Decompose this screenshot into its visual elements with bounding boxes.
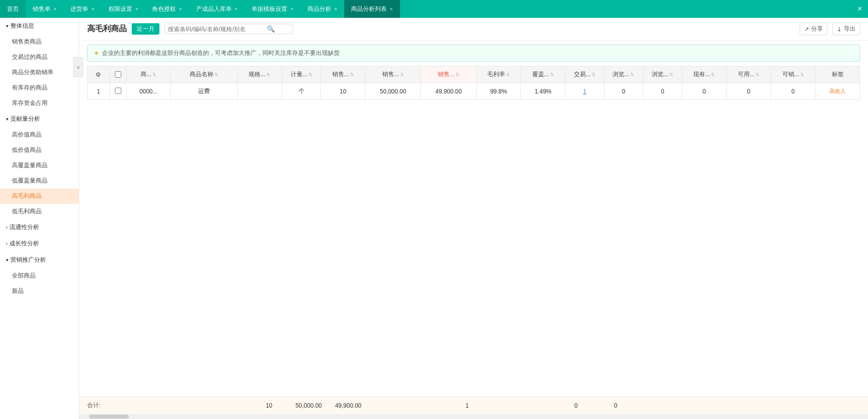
sidebar-item-category-rate[interactable]: 商品分类助销率 — [0, 65, 79, 80]
sort-icon-profit: ⇅ — [456, 72, 460, 77]
select-all-checkbox[interactable] — [115, 71, 121, 78]
col-name[interactable]: 商品名称 ⇅ — [171, 66, 238, 83]
sidebar-group-contribution[interactable]: ▾ 贡献量分析 — [0, 111, 79, 127]
sort-icon-view2: ⇅ — [669, 72, 673, 77]
nav-close-all-button[interactable]: × — [852, 4, 868, 13]
col-spec[interactable]: 规格... ⇅ — [238, 66, 282, 83]
sidebar-group-overall[interactable]: ▾ 整体信息 — [0, 18, 79, 34]
cell-available: 0 — [726, 83, 771, 100]
col-trade[interactable]: 交易... ⇅ — [565, 66, 605, 83]
col-sales-amount[interactable]: 销售... ⇅ — [365, 66, 421, 83]
sidebar-group-liquidity-label: 流通性分析 — [9, 223, 39, 232]
cell-sku-code: 0000... — [126, 83, 171, 100]
info-banner: ✦ 企业的主要的利润都是这部分商品创造的，可考虑加大推广，同时关注库存是不要出现… — [87, 45, 860, 62]
cell-sales-profit: 49,900.00 — [421, 83, 476, 100]
col-available[interactable]: 可用... ⇅ — [726, 66, 771, 83]
nav-tab-role[interactable]: 角色授权 × — [145, 0, 189, 18]
horizontal-scrollbar[interactable] — [79, 414, 868, 419]
cell-sellable: 0 — [771, 83, 816, 100]
sidebar-group-contribution-label: 贡献量分析 — [10, 115, 40, 123]
share-button[interactable]: ↗ 分享 — [800, 23, 827, 35]
sidebar-item-high-coverage[interactable]: 高覆盖量商品 — [0, 158, 79, 173]
sidebar-item-low-margin[interactable]: 低毛利商品 — [0, 204, 79, 219]
cell-checkbox[interactable] — [109, 83, 126, 100]
trade-link[interactable]: 1 — [583, 88, 587, 95]
table-container: ⚙ 商... ⇅ — [79, 66, 868, 396]
nav-tab-analysis-list[interactable]: 商品分析列表 × — [344, 0, 400, 18]
nav-tab-sales-close[interactable]: × — [53, 6, 56, 12]
nav-tab-template-close[interactable]: × — [290, 6, 293, 12]
data-table: ⚙ 商... ⇅ — [87, 66, 860, 100]
col-sku-code[interactable]: 商... ⇅ — [126, 66, 171, 83]
table-row: 1 0000... 运费 个 10 50,000.00 49,900.00 99… — [88, 83, 860, 100]
sidebar-item-low-coverage[interactable]: 低覆盖量商品 — [0, 173, 79, 188]
nav-tab-home[interactable]: 首页 — [0, 0, 26, 18]
filter-recent-month-button[interactable]: 近一月 — [132, 23, 159, 35]
nav-tab-product-in-label: 产成品入库单 — [196, 5, 232, 13]
settings-icon[interactable]: ⚙ — [96, 71, 101, 78]
nav-tab-analysis-close[interactable]: × — [334, 6, 337, 12]
nav-tab-product-in[interactable]: 产成品入库单 × — [189, 0, 245, 18]
sort-icon-qty: ⇅ — [350, 72, 354, 77]
header-actions: ↗ 分享 ⤓ 导出 — [800, 23, 860, 35]
nav-tab-permission[interactable]: 权限设置 × — [102, 0, 145, 18]
col-current[interactable]: 现有... ⇅ — [682, 66, 726, 83]
footer-profit: 49,900.00 — [328, 402, 368, 409]
cell-view1: 0 — [604, 83, 643, 100]
sidebar-collapse-button[interactable]: « — [73, 57, 83, 77]
nav-tab-role-close[interactable]: × — [179, 6, 182, 12]
cell-trade[interactable]: 1 — [565, 83, 605, 100]
search-icon[interactable]: 🔍 — [267, 25, 275, 33]
sort-icon-unit: ⇅ — [308, 72, 312, 77]
sort-icon-sku: ⇅ — [153, 72, 156, 77]
cell-name: 运费 — [171, 83, 238, 100]
col-sales-profit[interactable]: 销售... ⇅ — [421, 66, 476, 83]
nav-tab-purchase[interactable]: 进货单 × — [63, 0, 101, 18]
nav-tab-sales[interactable]: 销售单 × — [26, 0, 63, 18]
sidebar-item-new-goods[interactable]: 新品 — [0, 283, 79, 299]
sidebar-group-growth[interactable]: › 成长性分析 — [0, 235, 79, 252]
info-icon: ✦ — [94, 49, 99, 57]
col-view2[interactable]: 浏览... ⇅ — [643, 66, 682, 83]
cell-sales-amount: 50,000.00 — [365, 83, 421, 100]
sidebar-item-in-stock[interactable]: 有库存的商品 — [0, 80, 79, 95]
col-coverage[interactable]: 覆盖... ⇅ — [521, 66, 565, 83]
page-title: 高毛利商品 — [87, 24, 127, 34]
col-sales-qty[interactable]: 销售... ⇅ — [321, 66, 365, 83]
sort-icon-available: ⇅ — [756, 72, 760, 77]
col-gross-rate[interactable]: 毛利率 ⇅ — [476, 66, 521, 83]
nav-tab-analysis-list-close[interactable]: × — [390, 6, 393, 12]
sidebar-item-high-value[interactable]: 高价值商品 — [0, 127, 79, 142]
sidebar-item-capital[interactable]: 库存资金占用 — [0, 95, 79, 111]
sidebar-group-liquidity[interactable]: › 流通性分析 — [0, 219, 79, 235]
content-header: 高毛利商品 近一月 🔍 ↗ 分享 ⤓ 导出 — [79, 18, 868, 41]
nav-tab-purchase-close[interactable]: × — [91, 6, 94, 12]
share-icon: ↗ — [804, 26, 809, 33]
footer-current: 0 — [556, 402, 596, 409]
top-nav: 首页 销售单 × 进货单 × 权限设置 × 角色授权 × 产成品入库单 × 单据… — [0, 0, 868, 18]
row-checkbox[interactable] — [115, 88, 121, 94]
nav-tab-analysis-label: 商品分析 — [307, 5, 331, 13]
search-input[interactable] — [168, 26, 267, 33]
export-button[interactable]: ⤓ 导出 — [832, 23, 860, 35]
scrollbar-thumb[interactable] — [89, 415, 129, 419]
sidebar-group-liquidity-arrow: › — [6, 225, 7, 230]
sidebar-item-traded-goods[interactable]: 交易过的商品 — [0, 49, 79, 65]
nav-tab-permission-close[interactable]: × — [135, 6, 138, 12]
sidebar-group-marketing[interactable]: ▾ 营销推广分析 — [0, 252, 79, 268]
sidebar-item-high-margin[interactable]: 高毛利商品 — [0, 188, 79, 204]
nav-tab-sales-label: 销售单 — [33, 5, 51, 13]
sort-icon-sellable: ⇅ — [800, 72, 804, 77]
nav-tab-product-in-close[interactable]: × — [235, 6, 238, 12]
sidebar-item-all-goods[interactable]: 全部商品 — [0, 268, 79, 283]
export-icon: ⤓ — [837, 26, 842, 33]
col-unit[interactable]: 计量... ⇅ — [282, 66, 321, 83]
nav-tab-analysis[interactable]: 商品分析 × — [301, 0, 344, 18]
col-index: ⚙ — [88, 66, 110, 83]
sidebar-item-sales-goods[interactable]: 销售类商品 — [0, 34, 79, 49]
col-view1[interactable]: 浏览... ⇅ — [604, 66, 643, 83]
sort-icon-trade: ⇅ — [592, 72, 596, 77]
nav-tab-template[interactable]: 单据模板设置 × — [245, 0, 300, 18]
sidebar-item-low-value[interactable]: 低价值商品 — [0, 142, 79, 158]
col-sellable[interactable]: 可销... ⇅ — [771, 66, 816, 83]
